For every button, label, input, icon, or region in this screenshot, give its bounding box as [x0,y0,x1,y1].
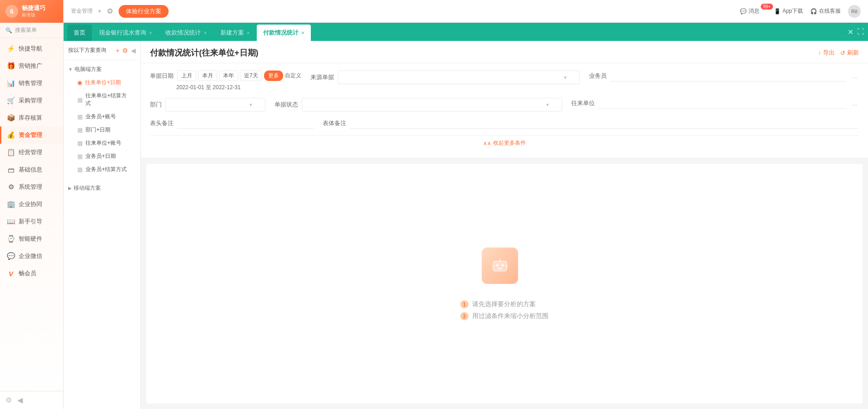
purchase-icon: 🛒 [7,96,15,105]
svg-rect-0 [493,261,507,271]
system-icon: ⚙ [7,183,15,191]
empty-icon-container [482,247,527,293]
sidebar-item-inventory[interactable]: 📦 库存核算 [0,109,63,126]
partner-filter-more[interactable]: ... [850,100,859,107]
voucher-status-select[interactable]: ▾ [302,98,562,111]
date-btn-this-year[interactable]: 本年 [219,71,238,81]
partner-filter-input[interactable] [599,98,847,109]
tab-home-label: 首页 [74,29,85,37]
tab-new-scheme-label: 新建方案 [220,29,244,37]
staff-filter-more[interactable]: ... [850,73,859,80]
source-select[interactable]: ▾ [338,71,580,84]
fund-icon: 💰 [7,131,15,139]
sidebar-header: 6 畅捷通巧 标准版 [0,0,63,23]
sidebar-item-hardware[interactable]: ⌚ 智能硬件 [0,230,63,247]
operation-icon: 📋 [7,148,15,157]
scheme-item-staff-settle[interactable]: ▦ 业务员+结算方式 [68,163,136,176]
scheme-settings-icon[interactable]: ⚙ [122,47,128,54]
inventory-icon: 📦 [7,114,15,122]
dept-select[interactable]: ▾ [165,98,265,111]
scheme-item-partner-date[interactable]: ◉ 往来单位+日期 [68,76,136,89]
sidebar-item-label: 经营管理 [19,148,42,157]
add-scheme-icon[interactable]: + [116,47,120,54]
sidebar-item-label: 企业微信 [19,252,42,260]
scheme-item-dept-date[interactable]: ▦ 部门+日期 [68,123,136,136]
collapse-filter-bar[interactable]: ∧∧ 收起更多条件 [150,135,859,151]
scheme-item-staff-date[interactable]: ▦ 业务员+日期 [68,150,136,163]
sidebar-item-sales[interactable]: 📊 销售管理 [0,75,63,92]
wechat-icon: 💬 [7,252,15,260]
date-btn-this-month[interactable]: 本月 [198,71,217,81]
tab-bank-flow[interactable]: 现金银行流水查询 × [93,25,158,41]
online-service-action[interactable]: 🎧 在线客服 [810,7,841,15]
sidebar-item-system[interactable]: ⚙ 系统管理 [0,178,63,196]
refresh-action[interactable]: ↺ 刷新 [840,49,859,57]
topbar-actions: 💬 消息 99+ 📱 App下载 🎧 在线客服 Rit [740,5,861,18]
tab-collection-close[interactable]: × [204,30,206,35]
search-menu-item[interactable]: 🔍 搜索菜单 [0,23,63,38]
sidebar-item-wechat[interactable]: 💬 企业微信 [0,247,63,265]
date-btn-more[interactable]: 更多 [264,71,283,81]
staff-filter-input[interactable] [610,71,847,81]
header-note-item: 表头备注 [150,118,314,129]
sidebar-item-label: 销售管理 [19,79,42,87]
scheme-item-label-3: 部门+日期 [85,126,110,134]
empty-tip-1: 1 请先选择要分析的方案 [460,300,549,308]
voucher-status-arrow: ▾ [546,102,549,108]
collapse-sidebar-icon[interactable]: ◀ [17,396,23,404]
scheme-item-icon-5: ▦ [77,153,83,160]
tab-bank-flow-close[interactable]: × [149,30,152,35]
sidebar-item-quick-nav[interactable]: ⚡ 快捷导航 [0,40,63,57]
trial-btn[interactable]: 体验行业方案 [119,5,169,18]
topbar-dropdown-icon[interactable]: ▾ [98,8,101,15]
tab-payment-stats[interactable]: 付款情况统计 × [257,25,310,41]
body-note-item: 表体备注 [323,118,859,129]
sidebar-item-marketing[interactable]: 🎁 营销推广 [0,57,63,75]
pc-section: ▼ 电脑端方案 ◉ 往来单位+日期 ▦ 往来单位+结算方式 ▦ 业务员+账号 [64,60,140,181]
sidebar-item-basic-info[interactable]: 🗃 基础信息 [0,161,63,178]
tab-new-scheme[interactable]: 新建方案 × [214,25,256,41]
mobile-section-label: 移动端方案 [74,184,101,192]
sidebar-item-fund[interactable]: 💰 资金管理 [0,126,63,144]
collapse-scheme-panel-icon[interactable]: ◀ [131,47,136,54]
notifications-action[interactable]: 💬 消息 99+ [740,7,767,15]
sidebar-item-operation[interactable]: 📋 经营管理 [0,144,63,161]
tab-collection-stats[interactable]: 收款情况统计 × [159,25,213,41]
body-note-input[interactable] [350,118,859,129]
partner-filter-item: 往来单位 ... [571,98,859,109]
custom-date-label[interactable]: 自定义 [285,72,301,80]
scheme-item-partner-settle[interactable]: ▦ 往来单位+结算方式 [68,89,136,110]
topbar-settings-icon[interactable]: ⚙ [107,7,113,15]
tab-home[interactable]: 首页 [67,25,92,41]
sidebar-item-guide[interactable]: 📖 新手引导 [0,213,63,230]
hardware-icon: ⌚ [7,235,15,243]
mobile-section-header[interactable]: ▶ 移动端方案 [68,182,136,194]
close-all-tabs-icon[interactable]: ✕ [848,28,853,36]
tab-new-scheme-close[interactable]: × [247,30,249,35]
sidebar-item-label: 采购管理 [19,96,42,105]
scheme-item-partner-account[interactable]: ▩ 往来单位+账号 [68,136,136,150]
scheme-item-icon-6: ▦ [77,166,83,173]
maximize-icon[interactable]: ⛶ [857,28,864,36]
date-btn-7days[interactable]: 近7天 [240,71,262,81]
sidebar-item-vip[interactable]: V 畅会员 [0,265,63,282]
app-download-action[interactable]: 📱 App下载 [774,7,803,15]
user-avatar[interactable]: Rit [848,5,861,18]
export-action[interactable]: ↑ 导出 [818,49,835,57]
source-select-arrow: ▾ [564,75,567,81]
header-note-input[interactable] [177,118,314,129]
basic-info-icon: 🗃 [7,166,15,174]
settings-footer-icon[interactable]: ⚙ [5,396,12,404]
date-buttons: 上月 本月 本年 近7天 更多 自定义 [177,71,301,81]
date-btn-last-month[interactable]: 上月 [177,71,196,81]
app-download-icon: 📱 [774,8,781,15]
scheme-item-staff-account[interactable]: ▦ 业务员+账号 [68,110,136,123]
sidebar-item-enterprise[interactable]: 🏢 企业协同 [0,196,63,213]
pc-section-header[interactable]: ▼ 电脑端方案 [68,64,136,75]
sidebar-item-purchase[interactable]: 🛒 采购管理 [0,92,63,109]
sidebar-item-label: 营销推广 [19,62,42,70]
svg-rect-6 [506,264,508,268]
tab-payment-close[interactable]: × [301,30,304,35]
empty-tip-2: 2 用过滤条件来缩小分析范围 [460,312,549,320]
robot-svg [489,254,511,277]
